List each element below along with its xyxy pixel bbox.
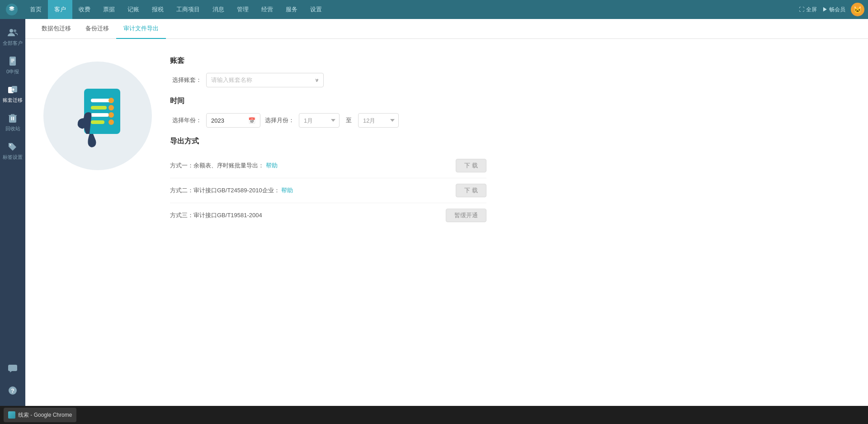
svg-rect-17 <box>91 99 111 102</box>
svg-point-23 <box>108 112 114 118</box>
export-method-1-help[interactable]: 帮助 <box>266 162 278 169</box>
illustration-area <box>43 52 152 392</box>
content-area: 数据包迁移 备份迁移 审计文件导出 <box>25 19 868 406</box>
tab-backup-migrate[interactable]: 备份迁移 <box>78 19 116 39</box>
svg-rect-3 <box>9 57 16 66</box>
account-label: 选择账套： <box>170 76 202 84</box>
recycle-icon <box>7 113 18 124</box>
nav-tax[interactable]: 报税 <box>146 0 170 19</box>
svg-rect-13 <box>8 365 17 371</box>
sidebar-item-account-migrate[interactable]: 账套迁移 <box>0 80 25 108</box>
taskbar-chrome[interactable]: 线索 - Google Chrome <box>4 408 76 422</box>
sidebar-item-zero-declare[interactable]: 0申报 <box>0 51 25 80</box>
nav-bookkeeping[interactable]: 记账 <box>121 0 146 19</box>
nav-message[interactable]: 消息 <box>206 0 231 19</box>
export-method-2-help[interactable]: 帮助 <box>281 187 293 194</box>
svg-point-2 <box>14 29 16 32</box>
svg-rect-19 <box>91 113 109 117</box>
export-method-1: 方式一：余额表、序时账批量导出： 帮助 下 载 <box>170 153 486 178</box>
svg-point-21 <box>108 98 114 103</box>
sidebar-item-recycle[interactable]: 回收站 <box>0 108 25 137</box>
chevron-down-icon: ▾ <box>316 77 319 83</box>
download-btn-2[interactable]: 下 载 <box>456 184 486 197</box>
nav-service[interactable]: 服务 <box>279 0 304 19</box>
export-section-title: 导出方式 <box>170 137 486 146</box>
chrome-icon <box>8 411 15 419</box>
svg-rect-10 <box>11 117 12 120</box>
download-btn-1[interactable]: 下 载 <box>456 159 486 172</box>
nav-operation[interactable]: 经营 <box>255 0 279 19</box>
svg-point-1 <box>9 29 13 33</box>
chat-icon <box>7 363 18 374</box>
account-row: 选择账套： 请输入账套名称 ▾ <box>170 73 486 87</box>
app-logo[interactable] <box>4 1 20 18</box>
svg-rect-8 <box>12 86 17 92</box>
export-method-3: 方式三：审计接口GB/T19581-2004 暂缓开通 <box>170 203 486 228</box>
month-end-select[interactable]: 1月2月3月4月 5月6月7月8月 9月10月11月12月 <box>358 113 399 128</box>
export-method-3-label: 方式三：审计接口GB/T19581-2004 <box>170 211 441 219</box>
month-start-select[interactable]: 1月2月3月4月 5月6月7月8月 9月10月11月12月 <box>299 113 340 128</box>
svg-point-12 <box>10 144 11 146</box>
nav-right: ⛶ 全屏 ▶ 畅会员 🐱 <box>799 3 864 16</box>
nav-settings[interactable]: 设置 <box>304 0 328 19</box>
sidebar-chat[interactable] <box>0 359 25 379</box>
sidebar-item-all-clients[interactable]: 全部客户 <box>0 23 25 51</box>
taskbar-item-label: 线索 - Google Chrome <box>18 411 72 419</box>
nav-business[interactable]: 工商项目 <box>170 0 206 19</box>
nav-manage[interactable]: 管理 <box>231 0 255 19</box>
all-clients-icon <box>7 27 18 38</box>
illustration-circle <box>43 62 152 170</box>
vip-btn[interactable]: ▶ 畅会员 <box>822 6 845 14</box>
svg-text:?: ? <box>11 388 14 394</box>
svg-rect-9 <box>9 115 16 123</box>
sidebar-help[interactable]: ? <box>0 381 25 400</box>
top-nav: 首页 客户 收费 票据 记账 报税 工商项目 消息 管理 经营 服务 设置 ⛶ … <box>0 0 868 19</box>
svg-rect-18 <box>91 106 107 110</box>
month-label: 选择月份： <box>265 116 294 124</box>
export-method-2-label: 方式二：审计接口GB/T24589-2010企业： 帮助 <box>170 186 451 195</box>
tab-bar: 数据包迁移 备份迁移 审计文件导出 <box>25 19 868 39</box>
export-method-1-label: 方式一：余额表、序时账批量导出： 帮助 <box>170 162 451 170</box>
fullscreen-btn[interactable]: ⛶ 全屏 <box>799 6 816 14</box>
zero-declare-icon <box>7 56 18 67</box>
nav-home[interactable]: 首页 <box>24 0 48 19</box>
nav-invoice[interactable]: 票据 <box>97 0 121 19</box>
export-method-2: 方式二：审计接口GB/T24589-2010企业： 帮助 下 载 <box>170 178 486 203</box>
page-content: 账套 选择账套： 请输入账套名称 ▾ 时间 选择年份： 2023 📅 <box>25 39 868 406</box>
year-input[interactable]: 2023 📅 <box>206 113 260 128</box>
sidebar-item-tag-settings[interactable]: 标签设置 <box>0 137 25 165</box>
nav-client[interactable]: 客户 <box>48 0 72 19</box>
help-icon: ? <box>7 385 18 396</box>
tab-data-migrate[interactable]: 数据包迁移 <box>34 19 78 39</box>
tag-settings-icon <box>7 141 18 152</box>
nav-menu: 首页 客户 收费 票据 记账 报税 工商项目 消息 管理 经营 服务 设置 <box>24 0 799 19</box>
open-btn-3[interactable]: 暂缓开通 <box>446 209 486 222</box>
tab-audit-export[interactable]: 审计文件导出 <box>116 19 166 39</box>
svg-rect-5 <box>11 60 14 61</box>
taskbar: 线索 - Google Chrome <box>0 406 868 424</box>
account-migrate-icon <box>7 84 18 95</box>
time-row: 选择年份： 2023 📅 选择月份： 1月2月3月4月 5月6月7月8月 9月1… <box>170 113 486 128</box>
sidebar: 全部客户 0申报 账套迁移 <box>0 19 25 406</box>
svg-point-24 <box>108 119 114 125</box>
account-section-title: 账套 <box>170 56 486 66</box>
time-section-title: 时间 <box>170 96 486 106</box>
year-label: 选择年份： <box>170 116 202 124</box>
svg-rect-20 <box>91 120 104 124</box>
svg-rect-6 <box>11 62 13 62</box>
form-area: 账套 选择账套： 请输入账套名称 ▾ 时间 选择年份： 2023 📅 <box>170 52 486 392</box>
sidebar-bottom: ? <box>0 359 25 406</box>
calendar-icon: 📅 <box>248 117 255 124</box>
account-select[interactable]: 请输入账套名称 ▾ <box>206 73 324 87</box>
user-avatar[interactable]: 🐱 <box>851 3 864 16</box>
main-layout: 全部客户 0申报 账套迁移 <box>0 19 868 406</box>
svg-point-22 <box>108 105 114 110</box>
svg-rect-4 <box>11 59 14 60</box>
svg-rect-11 <box>13 117 14 120</box>
nav-fee[interactable]: 收费 <box>72 0 97 19</box>
to-text: 至 <box>344 116 354 124</box>
